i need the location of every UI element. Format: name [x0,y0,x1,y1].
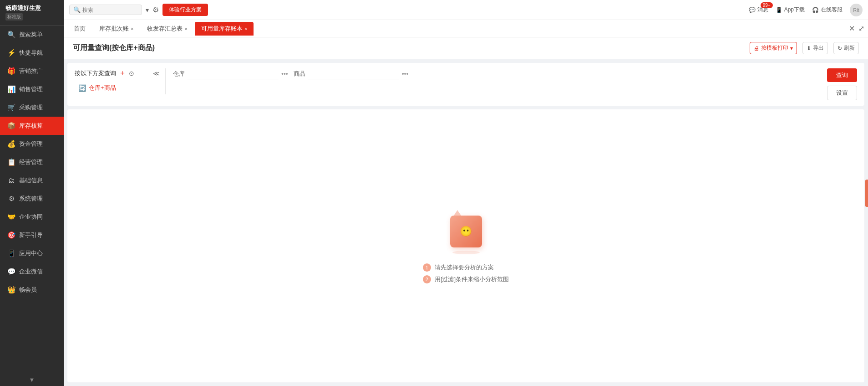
topbar-dropdown-btn[interactable]: ▾ [146,6,149,14]
empty-face-icon: 😶 [460,226,472,237]
topbar: 🔍 ▾ ⚙ 体验行业方案 💬 消息 99+ 📱 App下载 🎧 在线客服 Rit [64,0,868,20]
refresh-icon: ↻ [838,45,842,51]
filter-schemes-label: 按以下方案查询 [75,69,116,77]
enterprise-icon: 🤝 [7,213,15,221]
inventory-icon: 📦 [7,122,15,130]
mobile-icon: 📱 [776,7,782,13]
filter-schemes-header: 按以下方案查询 ＋ ⊙ ≪ [75,68,160,78]
refresh-btn[interactable]: ↻ 刷新 [833,42,859,54]
scheme-item-warehouse-goods[interactable]: 🔄 仓库+商品 [75,82,160,94]
sidebar-logo: 畅康通好生意 [5,5,58,12]
finance-icon: 💰 [7,140,15,148]
sidebar-item-member[interactable]: 👑畅会员 [0,281,64,299]
sidebar-item-marketing[interactable]: 🎁营销推广 [0,62,64,80]
page-header: 可用量查询(按仓库+商品) 🖨 按模板打印 ▾ ⬇ 导出 ↻ 刷新 [64,37,868,59]
filter-schemes-panel: 按以下方案查询 ＋ ⊙ ≪ 🔄 仓库+商品 [75,68,166,94]
goods-input[interactable] [308,68,399,79]
avatar: Rit [850,4,863,16]
filter-settings-btn[interactable]: 设置 [827,86,857,100]
goods-field: 商品 ••• [294,68,409,79]
scheme-sync-icon: 🔄 [78,84,86,92]
collapse-schemes-btn[interactable]: ≪ [153,70,160,77]
app-download-btn[interactable]: 📱 App下载 [776,6,805,14]
add-scheme-btn[interactable]: ＋ [119,68,126,78]
sidebar-item-label-inventory: 库存核算 [19,122,43,130]
sidebar-item-system[interactable]: ⚙系统管理 [0,190,64,208]
tab-batch[interactable]: 库存批次账× [93,22,140,36]
tab-close-batch[interactable]: × [131,26,133,31]
filter-fields: 仓库 ••• 商品 ••• [166,68,822,79]
warehouse-field: 仓库 ••• [173,68,288,79]
sidebar-item-label-wechat: 企业微信 [19,268,43,276]
message-icon: 💬 [749,7,756,13]
sidebar-item-label-newguide: 新手引导 [19,231,43,239]
message-btn[interactable]: 💬 消息 99+ [749,6,768,14]
wechat-icon: 💬 [7,268,15,276]
warehouse-label: 仓库 [173,70,185,78]
sidebar-item-label-purchase: 采购管理 [19,103,43,112]
sidebar-item-label-enterprise: 企业协同 [19,213,43,221]
filter-actions: 查询 设置 [822,68,857,100]
sidebar-item-inventory[interactable]: 📦库存核算 [0,117,64,135]
tab-receipt[interactable]: 收发存汇总表× [141,22,193,36]
topbar-right: 💬 消息 99+ 📱 App下载 🎧 在线客服 Rit [749,4,863,16]
sidebar-item-label-operation: 经营管理 [19,158,43,166]
sidebar-scroll-down[interactable]: ▼ [0,374,64,386]
tab-label-batch: 库存批次账 [99,25,129,33]
close-window-icon[interactable]: ✕ [849,24,855,33]
print-btn[interactable]: 🖨 按模板打印 ▾ [750,42,797,54]
sidebar-item-wechat[interactable]: 💬企业微信 [0,262,64,281]
export-icon: ⬇ [807,45,811,51]
appcenter-icon: 📱 [7,249,15,257]
expand-icon[interactable]: ⤢ [858,24,864,33]
trial-btn[interactable]: 体验行业方案 [162,4,208,16]
tab-home[interactable]: 首页 [67,22,92,36]
warehouse-more-btn[interactable]: ••• [281,70,288,77]
sidebar-item-operation[interactable]: 📋经营管理 [0,153,64,171]
user-avatar-btn[interactable]: Rit [850,4,863,16]
export-btn[interactable]: ⬇ 导出 [802,42,828,54]
sidebar-item-label-system: 系统管理 [19,195,43,203]
operation-icon: 📋 [7,158,15,166]
search-icon: 🔍 [7,31,15,39]
topbar-gear-icon[interactable]: ⚙ [152,5,159,14]
sidebar-scroll: 🔍搜索菜单⚡快捷导航🎁营销推广📊销售管理🛒采购管理📦库存核算💰资金管理📋经营管理… [0,26,64,374]
tip-num-2: 2 [423,275,431,283]
print-dropdown-icon: ▾ [790,45,793,51]
tip-text-1: 请先选择要分析的方案 [435,263,494,272]
empty-shadow [452,251,480,254]
sidebar-item-finance[interactable]: 💰资金管理 [0,135,64,153]
query-btn[interactable]: 查询 [827,68,857,82]
sidebar: 畅康通好生意 标准版 🔍搜索菜单⚡快捷导航🎁营销推广📊销售管理🛒采购管理📦库存核… [0,0,64,386]
sidebar-item-search[interactable]: 🔍搜索菜单 [0,26,64,44]
sidebar-item-sales[interactable]: 📊销售管理 [0,80,64,98]
sidebar-item-appcenter[interactable]: 📱应用中心 [0,244,64,262]
sidebar-item-purchase[interactable]: 🛒采购管理 [0,98,64,117]
content-area: 可用量查询(按仓库+商品) 🖨 按模板打印 ▾ ⬇ 导出 ↻ 刷新 [64,37,868,386]
right-edge-indicator [865,180,868,207]
search-icon: 🔍 [73,6,81,13]
online-service-btn[interactable]: 🎧 在线客服 [812,6,843,14]
sidebar-item-shortcut[interactable]: ⚡快捷导航 [0,44,64,62]
warehouse-input[interactable] [188,68,279,79]
empty-tip-2: 2 用[过滤]条件来缩小分析范围 [423,275,509,283]
sidebar-item-newguide[interactable]: 🎯新手引导 [0,226,64,244]
sidebar-item-enterprise[interactable]: 🤝企业协同 [0,208,64,226]
sidebar-item-label-basic: 基础信息 [19,176,43,185]
tab-close-receipt[interactable]: × [184,26,187,31]
empty-tips: 1 请先选择要分析的方案 2 用[过滤]条件来缩小分析范围 [423,263,509,283]
goods-more-btn[interactable]: ••• [402,70,409,77]
scheme-item-label: 仓库+商品 [89,84,116,92]
sidebar-item-label-sales: 销售管理 [19,85,43,93]
tabs-right-actions: ✕ ⤢ [849,24,864,33]
empty-box-graphic: 😶 [450,216,482,247]
goods-label: 商品 [294,70,305,78]
app-download-label: App下载 [784,6,805,14]
search-input[interactable] [82,7,128,13]
empty-state: 😶 1 请先选择要分析的方案 2 用[过滤]条件来缩小分析范围 [67,109,864,382]
tab-close-available[interactable]: × [244,26,247,31]
sidebar-item-basic[interactable]: 🗂基础信息 [0,171,64,190]
tab-available[interactable]: 可用量库存账本× [195,22,254,36]
sales-icon: 📊 [7,85,15,93]
scheme-settings-icon[interactable]: ⊙ [129,70,134,77]
